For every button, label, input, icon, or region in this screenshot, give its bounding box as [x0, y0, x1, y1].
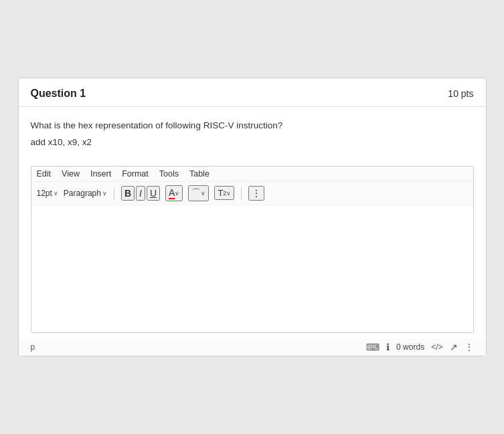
rich-text-editor: Edit View Insert Format Tools Table 12pt…	[31, 166, 474, 333]
question-title: Question 1	[31, 88, 86, 100]
underline-button[interactable]: U	[147, 186, 160, 201]
editor-statusbar: p ⌨ ℹ 0 words </> ↗ ⋮	[19, 338, 486, 356]
editor-toolbar: 12pt ∨ Paragraph ∨ B I U A ∨	[31, 182, 473, 205]
question-card: Question 1 10 pts What is the hex repres…	[18, 78, 487, 356]
menu-edit[interactable]: Edit	[37, 169, 52, 179]
paragraph-tag: p	[31, 342, 35, 352]
code-view-button[interactable]: </>	[431, 342, 442, 352]
editor-content[interactable]	[31, 205, 473, 332]
font-size-selector[interactable]: 12pt ∨	[37, 189, 58, 198]
menu-view[interactable]: View	[62, 169, 80, 179]
color-group: A ∨	[165, 185, 183, 201]
highlight-chevron: ∨	[201, 190, 205, 197]
menu-table[interactable]: Table	[189, 169, 209, 179]
paragraph-selector[interactable]: Paragraph ∨	[64, 189, 107, 198]
statusbar-more-button[interactable]: ⋮	[465, 342, 474, 352]
statusbar-right: ⌨ ℹ 0 words </> ↗ ⋮	[366, 342, 473, 352]
font-size-chevron: ∨	[54, 190, 58, 197]
word-count: 0 words	[396, 342, 424, 352]
menu-tools[interactable]: Tools	[159, 169, 179, 179]
font-color-label: A	[169, 187, 175, 199]
text-format-group: B I U	[121, 186, 160, 201]
more-options-button[interactable]: ⋮	[248, 186, 264, 201]
question-pts: 10 pts	[448, 88, 473, 99]
expand-button[interactable]: ↗	[450, 342, 458, 352]
toolbar-divider-2	[241, 187, 242, 199]
menu-insert[interactable]: Insert	[90, 169, 111, 179]
highlight-group: ⌒ ∨	[188, 185, 209, 201]
italic-button[interactable]: I	[136, 186, 145, 201]
menu-format[interactable]: Format	[122, 169, 149, 179]
bold-button[interactable]: B	[121, 186, 135, 201]
highlight-button[interactable]: ⌒ ∨	[188, 185, 209, 201]
font-size-value: 12pt	[37, 189, 52, 198]
superscript-group: T2 ∨	[214, 186, 234, 200]
editor-menubar: Edit View Insert Format Tools Table	[31, 167, 473, 182]
question-text: What is the hex representation of follow…	[31, 119, 474, 132]
question-body: What is the hex representation of follow…	[19, 107, 486, 165]
highlight-label: ⌒	[191, 187, 201, 199]
info-icon[interactable]: ℹ	[386, 342, 390, 352]
question-code: add x10, x9, x2	[31, 137, 474, 147]
toolbar-divider-1	[114, 187, 114, 199]
superscript-button[interactable]: T2 ∨	[214, 186, 234, 200]
paragraph-value: Paragraph	[64, 189, 101, 198]
font-color-chevron: ∨	[175, 190, 179, 197]
superscript-chevron: ∨	[226, 190, 231, 197]
font-color-button[interactable]: A ∨	[165, 185, 183, 201]
keyboard-icon[interactable]: ⌨	[366, 342, 380, 352]
paragraph-chevron: ∨	[102, 190, 107, 197]
question-header: Question 1 10 pts	[19, 78, 486, 107]
